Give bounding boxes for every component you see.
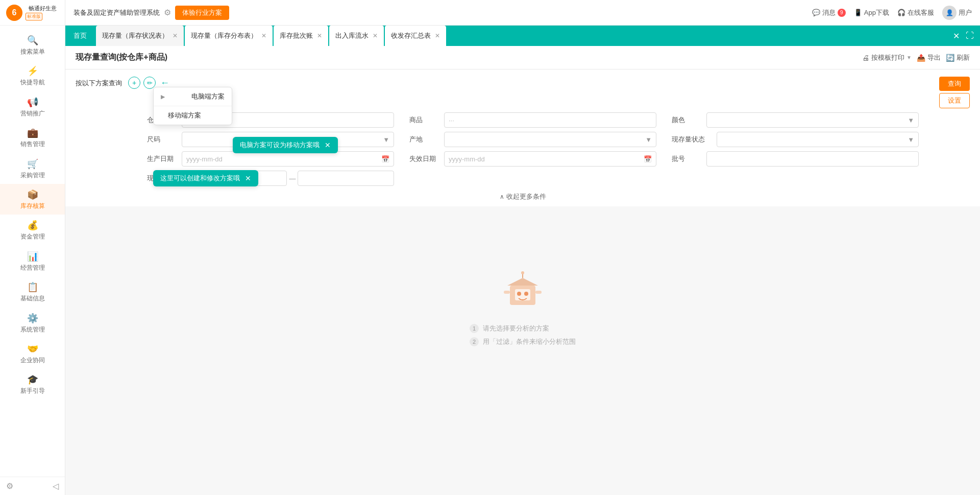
user-area[interactable]: 👤 用户 bbox=[942, 6, 972, 20]
tab-inventory-status[interactable]: 现存量（库存状况表） ✕ bbox=[96, 26, 184, 46]
tab-expand-icon[interactable]: ⛶ bbox=[964, 29, 976, 42]
tab-inventory-dist[interactable]: 现存量（库存分布表） ✕ bbox=[185, 26, 273, 46]
empty-state: 1 请先选择要分析的方案 2 用「过滤」条件来缩小分析范围 bbox=[65, 237, 980, 377]
search-button[interactable]: 查询 bbox=[939, 77, 970, 91]
search-btns: 查询 设置 bbox=[939, 77, 970, 108]
collapse-label: 收起更多条件 bbox=[506, 192, 546, 201]
produce-date-label: 生产日期 bbox=[147, 154, 178, 163]
tab-close-inventory-batch[interactable]: ✕ bbox=[317, 32, 322, 39]
phone-icon: 📱 bbox=[854, 9, 862, 16]
expire-date-label: 失效日期 bbox=[409, 154, 440, 163]
page-header: 现存量查询(按仓库+商品) 🖨 按模板打印 ▼ 📤 导出 🔄 刷新 bbox=[65, 46, 980, 69]
sidebar-item-purchase[interactable]: 🛒 采购管理 bbox=[0, 153, 65, 184]
filter-area: 按以下方案查询 + ✏ ← ▶ 电脑端方案 移动端方案 bbox=[65, 69, 980, 206]
filter-produce-date: 生产日期 yyyy-mm-dd 📅 bbox=[147, 151, 394, 167]
filter-stock-status: 现存量状态 ▼ bbox=[672, 132, 919, 147]
tooltip2-close[interactable]: ✕ bbox=[245, 174, 251, 182]
origin-label: 产地 bbox=[409, 135, 440, 144]
support-icon: 🎧 bbox=[897, 9, 905, 16]
filter-batch: 批号 bbox=[672, 151, 919, 167]
sidebar-item-label: 营销推广 bbox=[20, 110, 45, 117]
sidebar: 6 畅通好生意 标准版 🔍 搜索菜单 ⚡ 快捷导航 📢 营销推广 💼 销售管理 … bbox=[0, 0, 65, 495]
online-support-btn[interactable]: 🎧 在线客服 bbox=[897, 8, 934, 17]
stock-status-label: 现存量状态 bbox=[672, 135, 713, 144]
origin-select[interactable]: ▼ bbox=[444, 132, 656, 147]
trial-btn[interactable]: 体验行业方案 bbox=[175, 6, 229, 20]
tooltip1-close[interactable]: ✕ bbox=[325, 141, 331, 149]
filter-scheme-row: 按以下方案查询 + ✏ ← ▶ 电脑端方案 移动端方案 bbox=[76, 77, 970, 108]
tab-inout-flow[interactable]: 出入库流水 ✕ bbox=[329, 26, 384, 46]
message-btn[interactable]: 💬 消息 9 bbox=[812, 8, 846, 17]
stock-status-dropdown-icon: ▼ bbox=[908, 136, 914, 144]
sidebar-item-label: 基础信息 bbox=[20, 295, 45, 302]
guide-icon: 🎓 bbox=[27, 374, 38, 385]
sidebar-item-inventory[interactable]: 📦 库存核算 bbox=[0, 184, 65, 215]
tab-summary[interactable]: 收发存汇总表 ✕ bbox=[385, 26, 446, 46]
sidebar-item-label: 快捷导航 bbox=[20, 79, 45, 86]
app-download-label: App下载 bbox=[864, 8, 889, 17]
scheme-list-panel: ▶ 电脑端方案 移动端方案 bbox=[153, 87, 232, 125]
empty-step-2: 2 用「过滤」条件来缩小分析范围 bbox=[470, 337, 576, 346]
goods-label: 商品 bbox=[409, 115, 440, 125]
sidebar-item-operation[interactable]: 📊 经营管理 bbox=[0, 246, 65, 276]
sidebar-item-label: 企业协同 bbox=[20, 357, 45, 364]
sidebar-item-marketing[interactable]: 📢 营销推广 bbox=[0, 91, 65, 122]
tab-close-inventory-status[interactable]: ✕ bbox=[173, 32, 178, 39]
goods-input[interactable]: ··· bbox=[444, 112, 656, 128]
sidebar-item-label: 经营管理 bbox=[20, 264, 45, 271]
batch-input[interactable] bbox=[706, 151, 919, 167]
sidebar-item-sales[interactable]: 💼 销售管理 bbox=[0, 122, 65, 153]
topbar: 装备及固定资产辅助管理系统 ⚙ 体验行业方案 💬 消息 9 📱 App下载 🎧 … bbox=[65, 0, 980, 26]
tab-home[interactable]: 首页 bbox=[65, 26, 95, 46]
app-download-btn[interactable]: 📱 App下载 bbox=[854, 8, 889, 17]
search-icon: 🔍 bbox=[27, 35, 38, 46]
tab-close-inventory-dist[interactable]: ✕ bbox=[261, 32, 266, 39]
export-label: 导出 bbox=[927, 53, 941, 62]
color-dropdown-icon: ▼ bbox=[908, 116, 914, 124]
expire-date-input[interactable]: yyyy-mm-dd 📅 bbox=[444, 151, 656, 167]
gear-icon[interactable]: ⚙ bbox=[164, 8, 171, 17]
sidebar-item-finance[interactable]: 💰 资金管理 bbox=[0, 215, 65, 245]
tab-close-summary[interactable]: ✕ bbox=[435, 32, 440, 39]
refresh-btn[interactable]: 🔄 刷新 bbox=[946, 53, 970, 62]
sidebar-item-guide[interactable]: 🎓 新手引导 bbox=[0, 369, 65, 399]
tab-inventory-batch[interactable]: 库存批次账 ✕ bbox=[274, 26, 328, 46]
inventory-icon: 📦 bbox=[27, 189, 38, 200]
collapse-btn[interactable]: ∧ 收起更多条件 bbox=[76, 189, 970, 206]
system-icon: ⚙️ bbox=[27, 313, 38, 324]
sidebar-item-label: 搜索菜单 bbox=[20, 48, 45, 55]
sidebar-item-system[interactable]: ⚙️ 系统管理 bbox=[0, 308, 65, 338]
stock-status-select[interactable]: ▼ bbox=[717, 132, 919, 147]
print-dropdown-icon: ▼ bbox=[906, 55, 912, 60]
finance-icon: 💰 bbox=[27, 220, 38, 231]
tab-close-inout-flow[interactable]: ✕ bbox=[373, 32, 378, 39]
sales-icon: 💼 bbox=[27, 127, 38, 138]
reset-button[interactable]: 设置 bbox=[939, 93, 970, 108]
size-dropdown-icon: ▼ bbox=[383, 136, 389, 144]
color-select[interactable]: ▼ bbox=[706, 112, 919, 128]
add-scheme-btn[interactable]: + bbox=[128, 77, 140, 89]
tooltip2-text: 这里可以创建和修改方案哦 bbox=[160, 174, 240, 183]
scheme-list-item[interactable]: ▶ 电脑端方案 bbox=[154, 87, 232, 106]
expire-date-calendar-icon: 📅 bbox=[644, 155, 652, 163]
scheme-list-item-mobile[interactable]: 移动端方案 bbox=[154, 106, 232, 125]
print-btn[interactable]: 🖨 按模板打印 ▼ bbox=[862, 53, 912, 62]
sidebar-item-quicknav[interactable]: ⚡ 快捷导航 bbox=[0, 60, 65, 91]
sidebar-item-label: 采购管理 bbox=[20, 172, 45, 179]
export-btn[interactable]: 📤 导出 bbox=[917, 53, 941, 62]
produce-date-input[interactable]: yyyy-mm-dd 📅 bbox=[182, 151, 394, 167]
stock-main-to[interactable] bbox=[298, 171, 394, 186]
settings-icon[interactable]: ⚙ bbox=[6, 481, 13, 491]
collapse-icon[interactable]: ◁ bbox=[53, 481, 59, 491]
tab-close-all-icon[interactable]: ✕ bbox=[951, 29, 962, 43]
purchase-icon: 🛒 bbox=[27, 158, 38, 170]
username: 用户 bbox=[959, 8, 972, 17]
sidebar-item-search[interactable]: 🔍 搜索菜单 bbox=[0, 30, 65, 60]
svg-point-3 bbox=[517, 292, 521, 296]
batch-label: 批号 bbox=[672, 154, 702, 163]
sidebar-item-collab[interactable]: 🤝 企业协同 bbox=[0, 338, 65, 369]
sidebar-item-basic[interactable]: 📋 基础信息 bbox=[0, 276, 65, 307]
color-label: 颜色 bbox=[672, 115, 702, 125]
logo-icon: 6 bbox=[6, 5, 22, 21]
svg-rect-7 bbox=[504, 291, 510, 294]
